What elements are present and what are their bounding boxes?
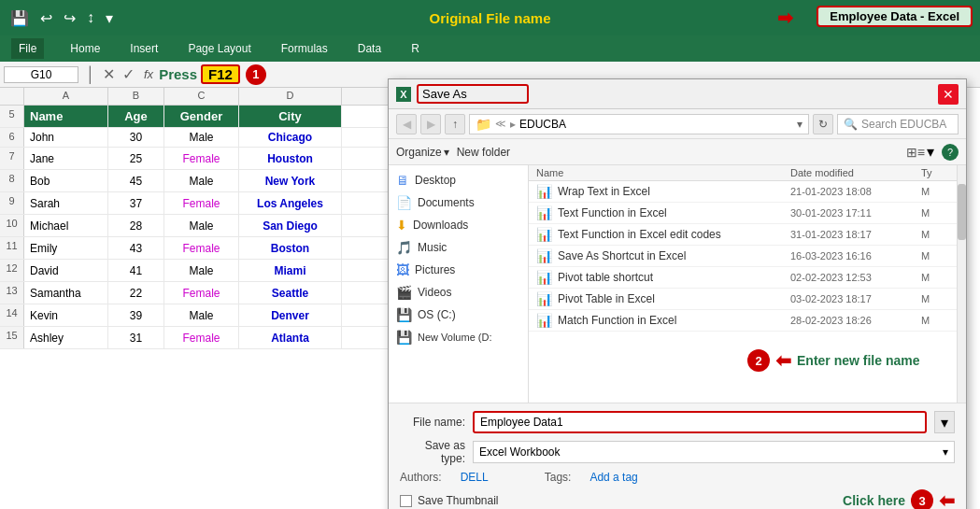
cell-6b[interactable]: 30 [108, 128, 164, 147]
name-box[interactable]: G10 [4, 66, 78, 83]
new-folder-button[interactable]: New folder [457, 146, 510, 159]
nav-up-button[interactable]: ↑ [445, 114, 465, 134]
cell-9b[interactable]: 37 [108, 192, 164, 214]
undo-icon[interactable]: ↩ [37, 7, 55, 29]
sheet-row-15: 15 Ashley 31 Female Atlanta [0, 327, 391, 349]
cell-8c[interactable]: Male [164, 170, 239, 191]
cell-8d[interactable]: New York [239, 170, 342, 191]
save-icon[interactable]: 💾 [7, 7, 32, 29]
cell-6a[interactable]: John [24, 128, 108, 147]
address-bar[interactable]: 📁 ≪ ▸ EDUCBA ▾ [469, 114, 809, 134]
ribbon-tab-r[interactable]: R [407, 40, 423, 57]
file-name-dropdown[interactable]: ▾ [934, 411, 955, 433]
cell-7c[interactable]: Female [164, 148, 239, 169]
sort-icon[interactable]: ↕ [84, 7, 97, 28]
cell-10a[interactable]: Michael [24, 215, 108, 236]
nav-item-downloads[interactable]: ⬇ Downloads [389, 214, 528, 236]
nav-item-desktop[interactable]: 🖥 Desktop [389, 169, 528, 191]
help-button[interactable]: ? [942, 144, 959, 161]
music-icon: 🎵 [396, 240, 412, 255]
thumbnail-checkbox[interactable] [400, 495, 412, 507]
cell-15c[interactable]: Female [164, 327, 239, 348]
nav-item-newvol[interactable]: 💾 New Volume (D: [389, 326, 528, 348]
organize-button[interactable]: Organize ▾ [396, 146, 449, 159]
redo-icon[interactable]: ↪ [61, 7, 78, 29]
nav-forward-button[interactable]: ▶ [420, 114, 441, 134]
view-dropdown-icon[interactable]: ▾ [927, 143, 934, 161]
cell-12a[interactable]: David [24, 260, 108, 281]
cell-11d[interactable]: Boston [239, 237, 342, 259]
cell-11a[interactable]: Emily [24, 237, 108, 259]
tags-value[interactable]: Add a tag [589, 471, 637, 484]
address-dropdown-arrow[interactable]: ▾ [797, 118, 802, 131]
file-item-date: 03-02-2023 18:17 [790, 293, 921, 304]
cell-11b[interactable]: 43 [108, 237, 164, 259]
ribbon-tab-page-layout[interactable]: Page Layout [184, 40, 254, 57]
dialog-close-button[interactable]: ✕ [938, 84, 959, 105]
cell-9c[interactable]: Female [164, 192, 239, 214]
file-list-item[interactable]: 📊 Match Function in Excel 28-02-2023 18:… [529, 310, 957, 332]
cell-5a[interactable]: Name [24, 106, 108, 127]
nav-item-documents[interactable]: 📄 Documents [389, 191, 528, 214]
cell-13b[interactable]: 22 [108, 282, 164, 304]
nav-item-videos[interactable]: 🎬 Videos [389, 281, 528, 304]
cell-9a[interactable]: Sarah [24, 192, 108, 214]
row-num-9: 9 [0, 192, 24, 214]
cell-6c[interactable]: Male [164, 128, 239, 147]
nav-item-osc[interactable]: 💾 OS (C:) [389, 304, 528, 326]
cell-5b[interactable]: Age [108, 106, 164, 127]
nav-item-desktop-label: Desktop [415, 174, 456, 187]
cell-10c[interactable]: Male [164, 215, 239, 236]
cell-5c[interactable]: Gender [164, 106, 239, 127]
refresh-button[interactable]: ↻ [813, 114, 833, 134]
ribbon-tab-formulas[interactable]: Formulas [277, 40, 332, 57]
cell-13d[interactable]: Seattle [239, 282, 342, 304]
file-list-item[interactable]: 📊 Text Function in Excel 30-01-2023 17:1… [529, 203, 957, 224]
cell-13c[interactable]: Female [164, 282, 239, 304]
ribbon-tab-file[interactable]: File [11, 38, 44, 59]
ribbon-tab-data[interactable]: Data [354, 40, 385, 57]
file-item-name: Pivot table shortcut [558, 271, 790, 284]
file-name-input[interactable] [473, 411, 927, 433]
nav-back-button[interactable]: ◀ [396, 114, 417, 134]
scroll-indicator[interactable] [957, 165, 966, 403]
more-icon[interactable]: ▾ [103, 7, 116, 29]
cell-12b[interactable]: 41 [108, 260, 164, 281]
cell-14b[interactable]: 39 [108, 304, 164, 326]
cell-12c[interactable]: Male [164, 260, 239, 281]
search-box[interactable]: 🔍 Search EDUCBA [837, 114, 959, 134]
cell-10b[interactable]: 28 [108, 215, 164, 236]
view-details-icon[interactable]: ⊞≡ [906, 145, 925, 160]
save-type-select[interactable]: Excel Workbook ▾ [473, 441, 955, 463]
cell-7d[interactable]: Houston [239, 148, 342, 169]
cell-15a[interactable]: Ashley [24, 327, 108, 348]
file-list-item[interactable]: 📊 Text Function in Excel edit codes 31-0… [529, 224, 957, 246]
file-item-date: 31-01-2023 18:17 [790, 229, 921, 240]
cell-6d[interactable]: Chicago [239, 128, 342, 147]
row-num-6: 6 [0, 128, 24, 147]
cell-15d[interactable]: Atlanta [239, 327, 342, 348]
cell-8b[interactable]: 45 [108, 170, 164, 191]
nav-item-pictures[interactable]: 🖼 Pictures [389, 259, 528, 281]
file-list-item[interactable]: 📊 Wrap Text in Excel 21-01-2023 18:08 M [529, 181, 957, 203]
cell-15b[interactable]: 31 [108, 327, 164, 348]
ribbon-tab-home[interactable]: Home [66, 40, 104, 57]
ribbon-tab-insert[interactable]: Insert [126, 40, 162, 57]
cell-9d[interactable]: Los Angeles [239, 192, 342, 214]
file-list-item[interactable]: 📊 Pivot table shortcut 02-02-2023 12:53 … [529, 267, 957, 289]
cell-10d[interactable]: San Diego [239, 215, 342, 236]
cell-14d[interactable]: Denver [239, 304, 342, 326]
cell-7a[interactable]: Jane [24, 148, 108, 169]
toolbar-icons: 💾 ↩ ↪ ↕ ▾ [7, 7, 116, 29]
cell-5d[interactable]: City [239, 106, 342, 127]
cell-8a[interactable]: Bob [24, 170, 108, 191]
file-list-item[interactable]: 📊 Save As Shortcut in Excel 16-03-2023 1… [529, 246, 957, 267]
cell-11c[interactable]: Female [164, 237, 239, 259]
nav-item-music[interactable]: 🎵 Music [389, 236, 528, 259]
cell-14c[interactable]: Male [164, 304, 239, 326]
cell-7b[interactable]: 25 [108, 148, 164, 169]
cell-13a[interactable]: Samantha [24, 282, 108, 304]
file-list-item[interactable]: 📊 Pivot Table in Excel 03-02-2023 18:17 … [529, 289, 957, 310]
cell-12d[interactable]: Miami [239, 260, 342, 281]
cell-14a[interactable]: Kevin [24, 304, 108, 326]
